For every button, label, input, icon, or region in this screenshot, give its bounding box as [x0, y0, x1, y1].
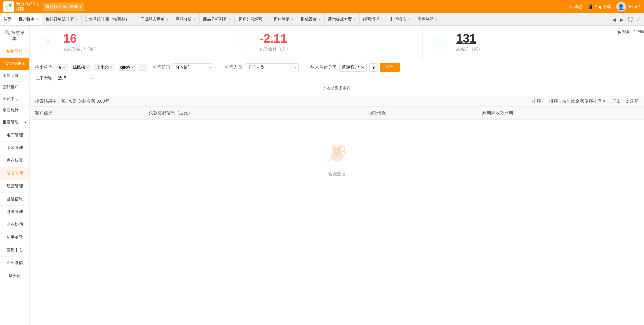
- tab-production-in[interactable]: 产成品入库单 ✕: [137, 13, 172, 25]
- tab-goods-analysis[interactable]: 商品分析 ✕: [172, 13, 200, 25]
- tab-close-tip-plan[interactable]: ✕: [353, 17, 356, 21]
- tab-close-production[interactable]: ✕: [166, 17, 169, 21]
- sort-select[interactable]: 排序：按欠款金额倒序排序 ▾: [549, 98, 605, 104]
- logo-icon: 🍼: [3, 1, 14, 12]
- sidebar-item-basic-info[interactable]: 基础信息: [0, 193, 29, 206]
- svg-marker-3: [236, 34, 252, 50]
- export-btn[interactable]: ↓ 导出: [609, 98, 621, 104]
- sidebar-quick-nav[interactable]: 快捷导航: [0, 46, 29, 58]
- refresh-btn[interactable]: ↺ 刷新: [625, 98, 639, 104]
- sidebar-item-wholesale-mgmt[interactable]: 批发管理▾: [0, 116, 29, 129]
- tab-home[interactable]: 首页: [0, 13, 15, 25]
- filter-tag-chen-close[interactable]: ✕: [86, 65, 89, 70]
- sidebar-search-area: 🔍 搜索菜单: [0, 26, 29, 46]
- building-icon: [431, 32, 451, 52]
- tab-close-goods[interactable]: ✕: [193, 17, 196, 21]
- tab-close-accounts[interactable]: ✕: [36, 17, 39, 21]
- sidebar-item-purchase-mgmt[interactable]: 采购管理: [0, 142, 29, 154]
- unit-type-close[interactable]: ✕: [360, 65, 364, 70]
- sidebar-item-capital-mgmt[interactable]: 资金管理: [0, 167, 29, 180]
- stat-overdue-customers-info: 16 总欠款客户（家）: [63, 33, 98, 52]
- tab-tip-settings[interactable]: 提成设置 ✕: [297, 13, 325, 25]
- stat-overdue-amount: -2.11 欠款合计（万）: [226, 26, 423, 59]
- sidebar-item-app-center[interactable]: 应用中心: [0, 244, 29, 257]
- sidebar-item-retail-mall[interactable]: 零售商城: [0, 70, 29, 82]
- tab-close-purchase-stats[interactable]: ✕: [131, 17, 133, 21]
- filter-person-select[interactable]: 分管人员: [245, 63, 299, 71]
- col-repayment: 回款情况: [363, 107, 477, 120]
- tab-purchase-stats[interactable]: 进货单统计表（按商品） ✕: [82, 13, 137, 25]
- sidebar-item-ecommerce-mgmt[interactable]: 电商管理: [0, 129, 29, 142]
- app-download-action[interactable]: 📱 App下载: [588, 4, 611, 10]
- tab-fullscreen[interactable]: ⤢: [635, 16, 642, 23]
- tab-close-goods-list[interactable]: ✕: [228, 17, 231, 21]
- result-actions: 排序： 排序：按欠款金额倒序排序 ▾ ↓ 导出 ↺ 刷新: [532, 98, 639, 104]
- svg-rect-11: [445, 41, 446, 43]
- tab-retail-profit[interactable]: 零售利润 ✕: [414, 13, 441, 25]
- sidebar-item-retail-stats[interactable]: 零售统计: [0, 105, 29, 116]
- collapse-filter-btn[interactable]: ∧ 收起更多条件: [35, 84, 639, 93]
- svg-line-19: [344, 151, 346, 154]
- store-selector[interactable]: 母婴行业演示帐套 ▾: [43, 3, 84, 11]
- filter-person-label: 分管人员: [225, 64, 242, 70]
- sidebar-item-ops-mgmt[interactable]: 经营管理: [0, 180, 29, 193]
- filter-tag-cjttcw-close[interactable]: ✕: [131, 65, 134, 70]
- search-menu-button[interactable]: 🔍 搜索菜单: [3, 28, 27, 43]
- svg-rect-8: [434, 41, 436, 43]
- tab-close-contact[interactable]: ✕: [291, 17, 294, 21]
- svg-point-20: [332, 145, 336, 150]
- sidebar-item-member-plus[interactable]: 畅会员: [0, 269, 29, 282]
- filter-tag-wang-close[interactable]: ✕: [110, 65, 113, 70]
- stat-total-customers-value: 131: [456, 33, 482, 45]
- tab-close-operation[interactable]: ✕: [381, 17, 383, 21]
- video-link[interactable]: ▶ 视频: [618, 29, 630, 35]
- tab-operation[interactable]: 经营情况 ✕: [360, 13, 387, 25]
- tab-customer-tier[interactable]: 客户分层经营 ✕: [235, 13, 270, 25]
- tab-close-retail-profit[interactable]: ✕: [435, 17, 438, 21]
- user-action[interactable]: 👤 demo2: [616, 2, 641, 11]
- stat-overdue-amount-label: 欠款合计（万）: [260, 46, 290, 52]
- sidebar-item-enterprise-wechat[interactable]: 企业微信: [0, 257, 29, 269]
- tab-profit-report[interactable]: 利润报告 ✕: [387, 13, 414, 25]
- filter-row-1: 往来单位 伍✕ 陈民强✕ 王小亮✕ cjttcw✕ ... 分管部门: [35, 63, 639, 72]
- filter-bar: 往来单位 伍✕ 陈民强✕ 王小亮✕ cjttcw✕ ... 分管部门: [30, 59, 644, 96]
- data-table: 客户信息 欠款交易信息（占比） 回款情况 到期未收款日期: [30, 107, 644, 120]
- tab-accounts[interactable]: 客户账本 ✕: [15, 13, 42, 25]
- unit-type-dropdown-btn: ▾: [369, 63, 378, 72]
- sidebar-item-system-mgmt[interactable]: 系统管理: [0, 206, 29, 218]
- filter-tag-more[interactable]: ...: [139, 64, 147, 71]
- tab-goods-analysis-list[interactable]: 商品分析列表 ✕: [200, 13, 235, 25]
- help-link[interactable]: ? 帮助: [633, 29, 644, 35]
- sidebar-item-enterprise-collab[interactable]: 企业协同: [0, 218, 29, 231]
- tab-nav-left[interactable]: ◀: [611, 16, 617, 23]
- tab-purchase-orders[interactable]: 采购订单统计表 ✕: [42, 13, 82, 25]
- filter-dept-select[interactable]: 分管部门: [173, 63, 213, 71]
- tab-close-profit[interactable]: ✕: [408, 17, 411, 21]
- filter-balance-select[interactable]: 选择...: [55, 74, 95, 82]
- sidebar-item-inventory[interactable]: 库存核算: [0, 154, 29, 167]
- search-button[interactable]: 查询: [380, 63, 400, 72]
- avatar: 👤: [616, 2, 626, 11]
- unit-type-dropdown[interactable]: ▾: [369, 63, 378, 72]
- empty-text: 暂无数据: [328, 171, 346, 177]
- col-customer-info: 客户信息: [30, 107, 143, 120]
- sidebar-item-marketing[interactable]: 营销推广: [0, 82, 29, 93]
- tab-close-purchase[interactable]: ✕: [75, 17, 78, 21]
- filter-unit-label: 往来单位: [35, 64, 52, 70]
- stat-total-customers: 131 总客户（家）: [423, 26, 619, 59]
- sidebar-item-new-user-guide[interactable]: 新手引导: [0, 231, 29, 244]
- sidebar-item-retail-mgmt[interactable]: 零售管理 ▾: [0, 58, 29, 70]
- tab-new-tip-plan[interactable]: 新增提成方案 ✕: [325, 13, 360, 25]
- filter-tag-wu-close[interactable]: ✕: [62, 65, 66, 70]
- tab-close-tip[interactable]: ✕: [318, 17, 321, 21]
- stat-overdue-customers-value: 16: [63, 33, 98, 45]
- tab-close-tier[interactable]: ✕: [264, 17, 266, 21]
- logo-area: 🍼 畅捷通好生意 标版: [3, 1, 40, 12]
- sidebar-item-member-center[interactable]: 会员中心: [0, 93, 29, 105]
- stats-bar: ¥ 16 总欠款客户（家） -2.11 欠款合计（万: [30, 26, 644, 59]
- tab-customer-contact[interactable]: 客户联络 ✕: [270, 13, 297, 25]
- tab-expand[interactable]: ⛶: [627, 16, 634, 23]
- message-action[interactable]: ✉ 消息: [569, 4, 583, 10]
- table-area: 客户信息 欠款交易信息（占比） 回款情况 到期未收款日期: [30, 107, 644, 325]
- tab-nav-right[interactable]: ▶: [619, 16, 625, 23]
